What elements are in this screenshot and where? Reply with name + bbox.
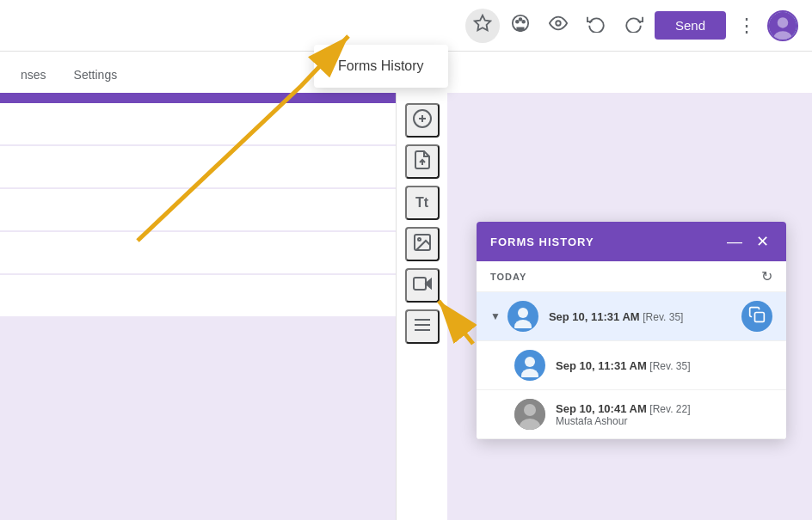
fh-entry-info-3: Sep 10, 10:41 AM [Rev. 22] Mustafa Ashou… [556,402,772,427]
fh-entry-time-text-1: Sep 10, 11:31 AM [549,310,640,323]
fh-header-actions: — ✕ [723,232,772,251]
fh-avatar-2 [514,350,545,381]
fh-title: FORMS HISTORY [490,236,594,248]
palette-icon [511,14,530,37]
redo-icon [624,14,643,37]
toolbar-icons: Send ⋮ [465,9,798,43]
fh-entry-1[interactable]: ▼ Sep 10, 11:31 AM [Rev. 35] [477,292,786,341]
fh-entry-time-2: Sep 10, 11:31 AM [Rev. 35] [556,359,772,372]
svg-point-4 [522,21,525,23]
fh-entry-rev-1: [Rev. 35] [643,311,683,323]
fh-entry-time-text-3: Sep 10, 10:41 AM [556,402,647,415]
toolbar: Send ⋮ [0,0,812,52]
svg-rect-22 [755,312,765,321]
svg-marker-0 [475,15,490,30]
fh-entry-name-3: Mustafa Ashour [556,415,772,427]
undo-icon [587,14,606,37]
upload-icon [412,150,433,174]
chevron-down-icon: ▼ [490,310,501,322]
content-row-2 [0,146,396,187]
avatar[interactable] [767,10,798,41]
svg-point-14 [418,238,421,241]
fh-entry-time-3: Sep 10, 10:41 AM [Rev. 22] [556,402,772,415]
svg-point-3 [520,18,522,21]
svg-point-2 [516,21,519,23]
more-button[interactable]: ⋮ [729,9,764,43]
tab-settings-label: Settings [74,68,118,82]
text-icon: Tt [415,195,428,211]
send-button[interactable]: Send [655,11,726,40]
svg-point-5 [556,21,561,26]
forms-history-panel: FORMS HISTORY — ✕ TODAY ↻ ▼ Sep 10, 11:3… [477,222,786,439]
fh-entry-rev-3: [Rev. 22] [649,403,690,415]
tab-responses-label: nses [21,68,46,82]
fh-refresh-button[interactable]: ↻ [761,268,772,284]
fh-entry-time-text-2: Sep 10, 11:31 AM [556,359,647,372]
image-icon [412,232,433,257]
tab-settings[interactable]: Settings [71,59,121,93]
more-icon: ⋮ [737,15,756,37]
content-row-3 [0,189,396,230]
palette-button[interactable] [503,9,538,43]
svg-point-7 [778,17,788,28]
svg-point-24 [521,369,538,377]
svg-point-26 [524,404,536,416]
fh-minimize-button[interactable]: — [723,232,746,251]
image-button[interactable] [405,227,440,261]
eye-icon [549,14,568,37]
fh-entry-2[interactable]: Sep 10, 11:31 AM [Rev. 35] [477,341,786,390]
eye-button[interactable] [541,9,575,43]
section-icon [412,315,433,340]
copy-icon [748,306,766,327]
add-circle-icon [412,108,433,133]
section-button[interactable] [405,309,440,344]
refresh-icon: ↻ [761,269,772,284]
redo-button[interactable] [617,9,651,43]
svg-point-23 [525,357,535,367]
fh-avatar-1 [508,301,538,332]
fh-section-title: TODAY [490,272,526,282]
video-icon [412,273,433,298]
content-row-1 [0,103,396,144]
content-header-bar [0,93,396,103]
undo-button[interactable] [579,9,613,43]
add-circle-button[interactable] [405,103,440,138]
side-icon-panel: Tt [396,93,447,520]
svg-point-21 [514,320,532,328]
fh-section-header: TODAY ↻ [477,261,786,292]
fh-close-button[interactable]: ✕ [753,232,772,251]
tooltip-text: Forms History [338,58,424,73]
star-icon [473,14,492,37]
svg-rect-15 [414,278,426,290]
fh-entry-time-1: Sep 10, 11:31 AM [Rev. 35] [549,310,731,323]
video-button[interactable] [405,268,440,303]
text-button[interactable]: Tt [405,186,440,220]
svg-point-20 [518,308,528,318]
fh-avatar-3 [514,399,545,430]
fh-header: FORMS HISTORY — ✕ [477,222,786,261]
content-row-4 [0,232,396,273]
content-row-5 [0,275,396,316]
fh-entry-info-2: Sep 10, 11:31 AM [Rev. 35] [556,359,772,372]
fh-entry-3[interactable]: Sep 10, 10:41 AM [Rev. 22] Mustafa Ashou… [477,390,786,439]
avatar-image [769,12,797,40]
fh-entry-rev-2: [Rev. 35] [649,360,690,372]
tab-responses[interactable]: nses [17,59,50,93]
fh-entry-info-1: Sep 10, 11:31 AM [Rev. 35] [549,310,731,323]
upload-button[interactable] [405,144,440,179]
star-button[interactable] [465,9,500,43]
fh-copy-button-1[interactable] [741,301,772,332]
tooltip-popup: Forms History [314,45,448,88]
